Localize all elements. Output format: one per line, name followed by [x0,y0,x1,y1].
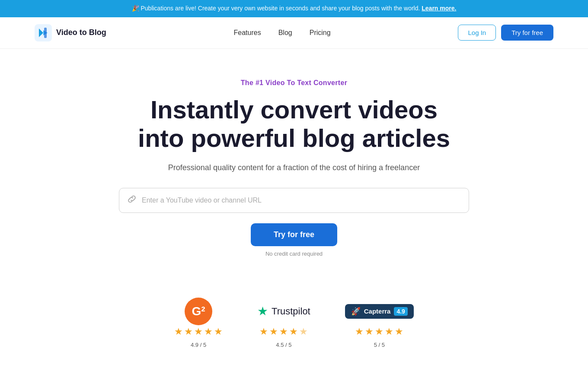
capterra-rating: 🚀 Capterra 4.9 ★ ★ ★ ★ ★ 5 / 5 [345,300,414,348]
cap-star-1: ★ [355,326,364,337]
try-free-cta-button[interactable]: Try for free [251,223,337,246]
tp-star-4: ★ [289,326,298,337]
capterra-badge: 🚀 Capterra 4.9 [345,304,414,319]
g2-star-1: ★ [174,326,183,337]
hero-description: Professional quality content for a fract… [9,163,579,172]
url-input-wrapper [119,188,469,213]
nav-actions: Log In Try for free [458,25,553,41]
capterra-rocket-icon: 🚀 [351,307,361,316]
main-nav: Video to Blog Features Blog Pricing Log … [0,17,588,49]
g2-star-2: ★ [184,326,193,337]
trustpilot-rating: ★ Trustpilot ★ ★ ★ ★ ★ 4.5 / 5 [257,300,310,348]
no-credit-text: No credit card required [9,251,579,257]
login-button[interactable]: Log In [458,25,496,41]
link-icon [127,194,137,206]
logo-text: Video to Blog [56,28,106,37]
trustpilot-logo-star: ★ [257,304,268,318]
g2-star-5: ★ [214,326,223,337]
g2-score: 4.9 / 5 [191,342,206,348]
g2-logo: G² [185,300,212,323]
logo-link[interactable]: Video to Blog [35,24,106,41]
url-input[interactable] [142,197,461,204]
try-free-nav-button[interactable]: Try for free [501,25,553,41]
hero-section: The #1 Video To Text Converter Instantly… [0,49,588,274]
capterra-name: Capterra [364,308,391,315]
g2-rating: G² ★ ★ ★ ★ ★ 4.9 / 5 [174,300,223,348]
g2-stars: ★ ★ ★ ★ ★ [174,326,223,337]
svg-rect-1 [44,28,47,38]
nav-blog[interactable]: Blog [278,29,292,37]
nav-links: Features Blog Pricing [234,29,331,37]
nav-features[interactable]: Features [234,29,261,37]
capterra-stars: ★ ★ ★ ★ ★ [355,326,403,337]
announcement-banner: 🎉 Publications are live! Create your ver… [0,0,588,17]
nav-pricing[interactable]: Pricing [310,29,331,37]
g2-circle-icon: G² [185,298,212,325]
g2-star-3: ★ [194,326,203,337]
cap-star-5: ★ [395,326,403,337]
cap-star-4: ★ [385,326,393,337]
hero-subtitle: The #1 Video To Text Converter [9,79,579,87]
g2-star-4: ★ [204,326,213,337]
banner-text: 🎉 Publications are live! Create your ver… [132,5,420,12]
capterra-logo: 🚀 Capterra 4.9 [345,300,414,323]
ratings-section: G² ★ ★ ★ ★ ★ 4.9 / 5 ★ Trustpilot ★ ★ ★ … [0,274,588,365]
capterra-score: 5 / 5 [374,342,385,348]
banner-link[interactable]: Learn more. [422,5,456,12]
tp-star-3: ★ [279,326,288,337]
trustpilot-stars: ★ ★ ★ ★ ★ [259,326,308,337]
hero-title: Instantly convert videos into powerful b… [125,95,463,153]
cap-star-3: ★ [375,326,383,337]
tp-star-2: ★ [269,326,278,337]
tp-star-5: ★ [299,326,308,337]
capterra-score-badge: 4.9 [394,307,407,316]
tp-star-1: ★ [259,326,268,337]
trustpilot-name: Trustpilot [272,306,310,317]
trustpilot-logo: ★ Trustpilot [257,300,310,323]
logo-icon [35,24,52,41]
cap-star-2: ★ [365,326,374,337]
trustpilot-score: 4.5 / 5 [276,342,291,348]
